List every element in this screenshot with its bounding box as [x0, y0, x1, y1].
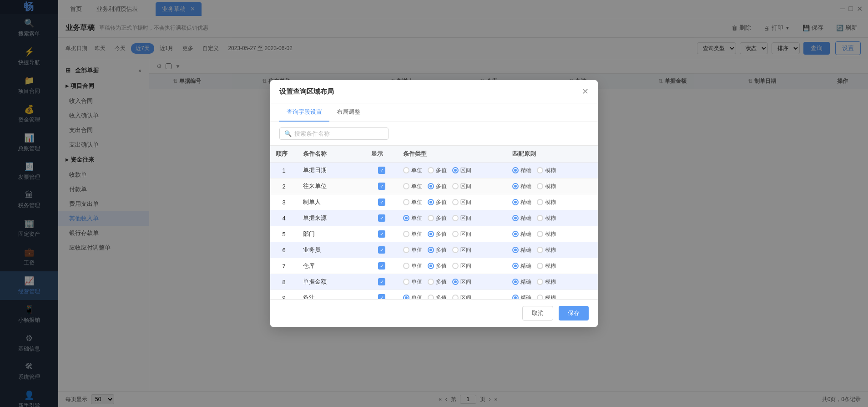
radio-match-dot-6-精确 [512, 247, 519, 253]
radio-type-3-区间[interactable]: 区间 [452, 198, 471, 206]
radio-dot-3-多值 [428, 199, 434, 205]
radio-type-1-多值[interactable]: 多值 [428, 167, 447, 174]
radio-match-1-精确[interactable]: 精确 [512, 167, 531, 174]
radio-type-4-单值[interactable]: 单值 [403, 214, 422, 222]
row-match-4: 精确模糊 [507, 211, 598, 226]
radio-match-8-模糊[interactable]: 模糊 [537, 278, 556, 286]
dialog-search-area: 🔍 [270, 122, 598, 145]
dialog-row-7: 7仓库单值多值区间精确模糊 [270, 258, 598, 274]
radio-match-dot-5-模糊 [537, 231, 543, 237]
row-type-1: 单值多值区间 [398, 163, 507, 178]
radio-type-6-多值[interactable]: 多值 [428, 246, 447, 254]
row-type-7: 单值多值区间 [398, 259, 507, 274]
radio-match-dot-4-模糊 [537, 215, 543, 221]
radio-type-8-多值[interactable]: 多值 [428, 278, 447, 286]
checkbox-4[interactable] [378, 214, 385, 222]
dialog-table-scroll[interactable]: 1单据日期单值多值区间精确模糊2往来单位单值多值区间精确模糊3制单人单值多值区间… [270, 163, 598, 299]
radio-type-9-区间[interactable]: 区间 [452, 294, 471, 300]
radio-match-dot-7-精确 [512, 263, 519, 269]
row-show-3[interactable] [366, 195, 398, 209]
radio-dot-1-单值 [403, 167, 409, 173]
condition-search-input[interactable] [294, 130, 384, 137]
radio-dot-4-单值 [403, 215, 409, 221]
radio-type-5-单值[interactable]: 单值 [403, 230, 422, 238]
dialog-title: 设置查询区域布局 [279, 87, 334, 96]
row-show-7[interactable] [366, 259, 398, 273]
radio-type-5-区间[interactable]: 区间 [452, 230, 471, 238]
checkbox-2[interactable] [378, 183, 385, 190]
radio-match-5-模糊[interactable]: 模糊 [537, 230, 556, 238]
radio-type-8-单值[interactable]: 单值 [403, 278, 422, 286]
radio-match-dot-8-精确 [512, 279, 519, 285]
radio-type-5-多值[interactable]: 多值 [428, 230, 447, 238]
row-match-8: 精确模糊 [507, 275, 598, 290]
radio-match-6-模糊[interactable]: 模糊 [537, 246, 556, 254]
radio-match-3-精确[interactable]: 精确 [512, 198, 531, 206]
radio-type-8-区间[interactable]: 区间 [452, 278, 471, 286]
dialog-row-9: 9备注单值多值区间精确模糊 [270, 290, 598, 299]
radio-match-4-模糊[interactable]: 模糊 [537, 214, 556, 222]
radio-dot-6-区间 [452, 247, 459, 253]
checkbox-9[interactable] [378, 294, 385, 299]
radio-type-9-多值[interactable]: 多值 [428, 294, 447, 300]
dialog-row-4: 4单据来源单值多值区间精确模糊 [270, 210, 598, 226]
radio-match-4-精确[interactable]: 精确 [512, 214, 531, 222]
tab-query-fields[interactable]: 查询字段设置 [279, 103, 329, 122]
radio-type-2-单值[interactable]: 单值 [403, 183, 422, 190]
cancel-button[interactable]: 取消 [522, 306, 553, 321]
row-show-9[interactable] [366, 290, 398, 299]
dialog-close-button[interactable]: ✕ [582, 86, 589, 97]
dialog-row-5: 5部门单值多值区间精确模糊 [270, 226, 598, 242]
checkbox-1[interactable] [378, 167, 385, 174]
radio-match-7-精确[interactable]: 精确 [512, 262, 531, 270]
radio-dot-2-区间 [452, 183, 459, 189]
row-show-1[interactable] [366, 163, 398, 178]
checkbox-3[interactable] [378, 198, 385, 206]
radio-type-3-单值[interactable]: 单值 [403, 198, 422, 206]
radio-type-4-区间[interactable]: 区间 [452, 214, 471, 222]
radio-type-1-单值[interactable]: 单值 [403, 167, 422, 174]
radio-dot-1-多值 [428, 167, 434, 173]
radio-match-5-精确[interactable]: 精确 [512, 230, 531, 238]
row-show-2[interactable] [366, 179, 398, 193]
checkbox-7[interactable] [378, 262, 385, 270]
checkbox-8[interactable] [378, 278, 385, 285]
checkbox-5[interactable] [378, 230, 385, 238]
radio-match-3-模糊[interactable]: 模糊 [537, 198, 556, 206]
row-show-6[interactable] [366, 243, 398, 257]
row-order-3: 3 [270, 195, 298, 209]
radio-dot-9-区间 [452, 295, 459, 299]
radio-match-9-模糊[interactable]: 模糊 [537, 294, 556, 300]
radio-match-2-精确[interactable]: 精确 [512, 183, 531, 190]
radio-type-6-单值[interactable]: 单值 [403, 246, 422, 254]
row-show-4[interactable] [366, 211, 398, 225]
radio-type-2-多值[interactable]: 多值 [428, 183, 447, 190]
radio-type-9-单值[interactable]: 单值 [403, 294, 422, 300]
radio-match-2-模糊[interactable]: 模糊 [537, 183, 556, 190]
radio-type-2-区间[interactable]: 区间 [452, 183, 471, 190]
settings-dialog: 设置查询区域布局 ✕ 查询字段设置 布局调整 🔍 顺序 条件名称 [270, 80, 598, 327]
radio-type-3-多值[interactable]: 多值 [428, 198, 447, 206]
row-name-3: 制单人 [298, 194, 366, 210]
row-show-5[interactable] [366, 227, 398, 241]
dialog-footer: 取消 保存 [270, 299, 598, 327]
tab-layout[interactable]: 布局调整 [329, 103, 368, 122]
radio-type-6-区间[interactable]: 区间 [452, 246, 471, 254]
radio-match-9-精确[interactable]: 精确 [512, 294, 531, 300]
radio-type-7-多值[interactable]: 多值 [428, 262, 447, 270]
row-show-8[interactable] [366, 275, 398, 289]
radio-match-1-模糊[interactable]: 模糊 [537, 167, 556, 174]
row-match-7: 精确模糊 [507, 259, 598, 274]
radio-dot-5-单值 [403, 231, 409, 237]
radio-match-dot-8-模糊 [537, 279, 543, 285]
radio-type-1-区间[interactable]: 区间 [452, 167, 471, 174]
radio-match-8-精确[interactable]: 精确 [512, 278, 531, 286]
radio-match-7-模糊[interactable]: 模糊 [537, 262, 556, 270]
radio-type-7-区间[interactable]: 区间 [452, 262, 471, 270]
radio-type-7-单值[interactable]: 单值 [403, 262, 422, 270]
save-button[interactable]: 保存 [559, 306, 589, 321]
radio-type-4-多值[interactable]: 多值 [428, 214, 447, 222]
radio-dot-7-单值 [403, 263, 409, 269]
checkbox-6[interactable] [378, 246, 385, 254]
radio-match-6-精确[interactable]: 精确 [512, 246, 531, 254]
